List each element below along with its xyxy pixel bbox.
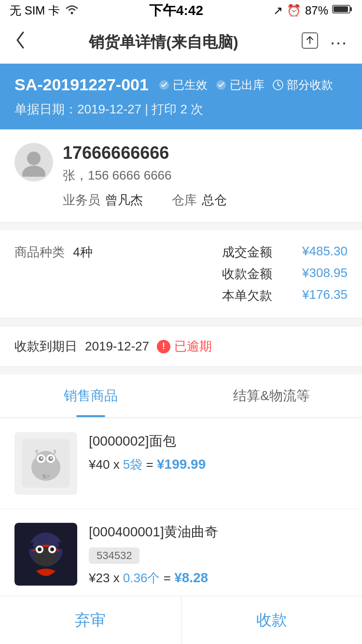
- product-sku-2: 534532: [89, 547, 139, 564]
- svg-point-9: [22, 166, 45, 177]
- summary-section: 商品种类 4种 成交金额 ¥485.30 收款金额 ¥308.95 本单欠款 ¥…: [0, 230, 362, 318]
- status-badge-shipped: 已出库: [215, 77, 265, 93]
- svg-point-18: [50, 457, 52, 459]
- summary-right: 成交金额 ¥485.30 收款金额 ¥308.95 本单欠款 ¥176.35: [222, 244, 348, 304]
- trade-amount-value: ¥485.30: [302, 244, 348, 261]
- product-qty-2: 0.36个: [123, 571, 160, 585]
- product-name-2: [000400001]黄油曲奇: [89, 523, 348, 541]
- collect-payment-label: 收款: [256, 610, 287, 631]
- product-item-2: [000400001]黄油曲奇 534532 ¥23 x 0.36个 = ¥8.…: [0, 509, 362, 600]
- warehouse-value: 总仓: [202, 192, 227, 209]
- product-total-1: ¥199.99: [157, 457, 206, 472]
- svg-point-26: [38, 547, 42, 551]
- due-date-value: 2019-12-27: [85, 339, 149, 354]
- owed-value: ¥176.35: [302, 287, 348, 304]
- page-title: 销货单详情(来自电脑): [89, 32, 238, 53]
- received-value: ¥308.95: [302, 266, 348, 282]
- svg-point-27: [50, 547, 54, 551]
- product-types: 商品种类 4种: [14, 244, 93, 261]
- svg-point-8: [27, 152, 41, 165]
- collect-payment-button[interactable]: 收款: [181, 596, 362, 644]
- product-qty-1: 5袋: [123, 457, 142, 472]
- order-date: 单据日期：2019-12-27 | 打印 2 次: [14, 101, 348, 118]
- svg-point-17: [41, 457, 42, 459]
- tab-underline: [76, 415, 105, 417]
- status-badge-effective: 已生效: [158, 77, 208, 93]
- product-info-2: [000400001]黄油曲奇 534532 ¥23 x 0.36个 = ¥8.…: [89, 523, 348, 587]
- product-total-2: ¥8.28: [174, 570, 208, 585]
- tab-settlement-label: 结算&物流等: [233, 387, 310, 405]
- product-price-2: ¥23 x 0.36个 = ¥8.28: [89, 570, 348, 587]
- received-label: 收款金额: [222, 266, 272, 282]
- alarm-icon: ⏰: [287, 4, 301, 17]
- status-badges: 已生效 已出库 部分收款: [158, 77, 333, 93]
- status-bar: 无 SIM 卡 下午4:42 ↗ ⏰ 87%: [0, 0, 362, 21]
- product-thumb-2: [14, 523, 77, 586]
- tab-sales-goods-label: 销售商品: [64, 387, 118, 405]
- tab-sales-goods[interactable]: 销售商品: [0, 375, 181, 417]
- avatar: [14, 143, 53, 182]
- product-types-label: 商品种类: [14, 245, 65, 259]
- customer-name-phone: 张，156 6666 6666: [63, 167, 348, 184]
- svg-rect-3: [334, 6, 348, 12]
- location-icon: ↗: [273, 4, 283, 17]
- due-date-label: 收款到期日: [14, 338, 77, 355]
- overdue-text: 已逾期: [174, 338, 212, 355]
- customer-meta: 业务员 曾凡杰 仓库 总仓: [63, 192, 348, 209]
- salesperson-value: 曾凡杰: [105, 192, 143, 209]
- svg-point-0: [71, 12, 73, 14]
- product-item: 兔+ [0000002]面包 ¥40 x 5袋 = ¥199.99: [0, 419, 362, 508]
- back-button[interactable]: [14, 30, 26, 54]
- cancel-audit-button[interactable]: 弃审: [0, 596, 181, 644]
- order-id: SA-20191227-001: [14, 75, 149, 94]
- status-badge-partial: 部分收款: [272, 77, 333, 93]
- customer-id: 17666666666: [63, 143, 348, 163]
- bottom-bar: 弃审 收款: [0, 596, 362, 644]
- owed-label: 本单欠款: [222, 287, 272, 304]
- customer-section: 17666666666 张，156 6666 6666 业务员 曾凡杰 仓库 总…: [0, 129, 362, 223]
- due-date-section: 收款到期日 2019-12-27 ! 已逾期: [0, 326, 362, 367]
- sim-status: 无 SIM 卡: [10, 3, 60, 18]
- overdue-icon: !: [157, 340, 170, 353]
- share-icon[interactable]: [301, 32, 319, 53]
- trade-amount-label: 成交金额: [222, 244, 272, 261]
- nav-bar: 销货单详情(来自电脑) ···: [0, 21, 362, 64]
- owed-row: 本单欠款 ¥176.35: [222, 287, 348, 304]
- battery-icon: [332, 4, 352, 17]
- salesperson-label: 业务员: [63, 192, 100, 209]
- order-header: SA-20191227-001 已生效 已出库 部分收款 单据日期：2019-1…: [0, 64, 362, 129]
- tab-settlement[interactable]: 结算&物流等: [181, 375, 362, 417]
- products-section: 兔+ [0000002]面包 ¥40 x 5袋 = ¥199.99: [0, 419, 362, 600]
- warehouse-label: 仓库: [172, 192, 197, 209]
- more-icon[interactable]: ···: [330, 32, 348, 53]
- wifi-icon: [65, 4, 79, 17]
- product-types-value: 4种: [73, 245, 92, 259]
- svg-text:兔+: 兔+: [42, 474, 50, 479]
- product-name-1: [0000002]面包: [89, 432, 348, 450]
- received-row: 收款金额 ¥308.95: [222, 266, 348, 282]
- status-right: ↗ ⏰ 87%: [273, 4, 352, 17]
- cancel-audit-label: 弃审: [75, 610, 106, 631]
- customer-info: 17666666666 张，156 6666 6666 业务员 曾凡杰 仓库 总…: [63, 143, 348, 209]
- tabs-section: 销售商品 结算&物流等: [0, 375, 362, 418]
- battery-text: 87%: [305, 4, 328, 17]
- nav-actions: ···: [301, 32, 348, 53]
- product-price-1: ¥40 x 5袋 = ¥199.99: [89, 456, 348, 473]
- product-info-1: [0000002]面包 ¥40 x 5袋 = ¥199.99: [89, 432, 348, 473]
- status-time: 下午4:42: [149, 1, 203, 20]
- tabs: 销售商品 结算&物流等: [0, 375, 362, 417]
- status-left: 无 SIM 卡: [10, 3, 79, 18]
- svg-rect-2: [350, 7, 352, 11]
- trade-amount-row: 成交金额 ¥485.30: [222, 244, 348, 261]
- product-thumb-1: 兔+: [14, 432, 77, 495]
